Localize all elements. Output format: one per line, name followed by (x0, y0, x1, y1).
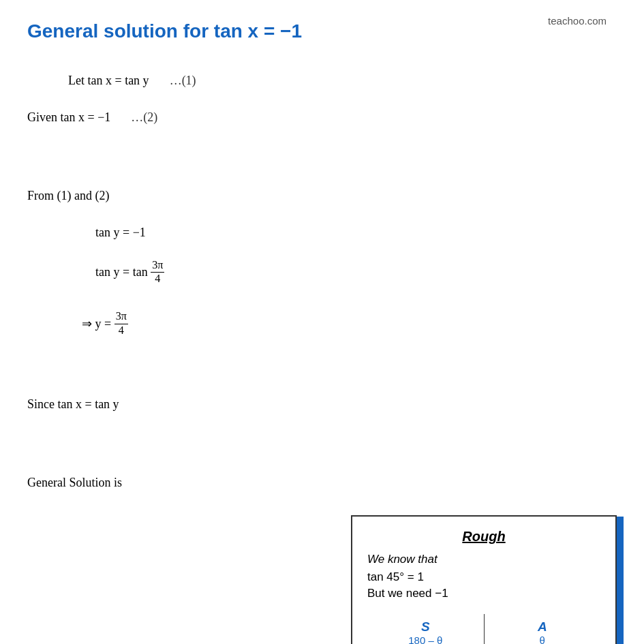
left-line7: Since tan x = tan y (27, 393, 119, 415)
left-frac2: 3π 4 (114, 310, 128, 337)
cast-table: S 180 – θ A θ T 180 + θ C 360 – (367, 614, 600, 644)
cast-a-cell: A θ (484, 614, 600, 644)
rough-heading: Rough (367, 529, 600, 545)
rough-box: Rough We know that tan 45° = 1 But we ne… (351, 515, 617, 644)
rough-line3: But we need −1 (367, 587, 600, 600)
left-line4: tan y = −1 (95, 221, 146, 243)
watermark-text: teachoo.com (548, 15, 607, 27)
left-line6a: ⇒ y = (82, 313, 111, 335)
page-title: General solution for tan x = −1 (27, 20, 617, 42)
left-line2a: Given tan x = −1 (27, 106, 110, 128)
rough-line1: We know that (367, 553, 600, 566)
left-content: Let tan x = tan y …(1) Given tan x = −1 … (27, 63, 361, 508)
cast-s-cell: S 180 – θ (367, 614, 484, 644)
left-line3: From (1) and (2) (27, 185, 109, 206)
rough-line2: tan 45° = 1 (367, 570, 600, 584)
left-frac1: 3π 4 (151, 259, 164, 286)
left-line5a: tan y = tan (95, 261, 148, 283)
left-line8: General Solution is (27, 472, 122, 493)
left-line1a: Let tan x = tan y (68, 70, 149, 91)
left-line1b: …(1) (170, 70, 196, 91)
left-line2b: …(2) (131, 106, 157, 128)
